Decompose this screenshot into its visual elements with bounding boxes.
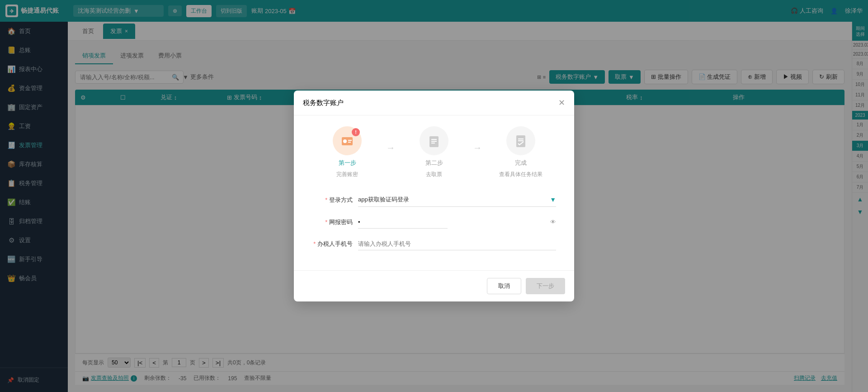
step2-desc: 去取票 bbox=[426, 171, 442, 178]
phone-label-text: 办税人手机号 bbox=[317, 240, 353, 247]
login-method-label: * 登录方式 bbox=[312, 196, 353, 204]
step2-icon-wrap bbox=[420, 126, 448, 155]
login-method-value: app获取验证码登录 bbox=[358, 196, 409, 204]
next-button[interactable]: 下一步 bbox=[526, 278, 565, 294]
steps: ! 第一步 完善账密 → bbox=[312, 126, 556, 178]
step1-desc: 完善账密 bbox=[336, 171, 358, 178]
password-field-wrap: 👁 bbox=[358, 216, 556, 229]
login-method-arrow-icon: ▼ bbox=[550, 196, 556, 203]
phone-input[interactable] bbox=[358, 238, 556, 250]
step1-title: 第一步 bbox=[339, 159, 356, 167]
step3-title: 完成 bbox=[515, 159, 527, 167]
step3-desc: 查看具体任务结果 bbox=[499, 171, 542, 178]
svg-point-4 bbox=[343, 139, 347, 143]
login-method-label-text: 登录方式 bbox=[329, 196, 353, 203]
step-1: ! 第一步 完善账密 bbox=[312, 126, 382, 178]
modal-body: ! 第一步 完善账密 → bbox=[294, 115, 574, 270]
step-arrow-2: → bbox=[473, 143, 482, 153]
password-toggle-icon[interactable]: 👁 bbox=[550, 219, 556, 225]
step3-icon-wrap bbox=[506, 126, 535, 155]
modal-overlay[interactable]: 税务数字账户 ✕ ! bbox=[0, 0, 868, 392]
step-arrow-1: → bbox=[386, 143, 395, 153]
step1-icon-wrap: ! bbox=[333, 126, 362, 155]
password-label: * 网报密码 bbox=[312, 218, 353, 226]
modal: 税务数字账户 ✕ ! bbox=[294, 91, 574, 301]
step2-title: 第二步 bbox=[425, 159, 443, 167]
password-input[interactable] bbox=[358, 216, 448, 229]
step1-error-dot: ! bbox=[352, 128, 360, 136]
form-row-login-method: * 登录方式 app获取验证码登录 ▼ bbox=[312, 193, 556, 207]
step-2: 第二步 去取票 bbox=[399, 126, 469, 178]
modal-title: 税务数字账户 bbox=[303, 99, 344, 107]
modal-close-btn[interactable]: ✕ bbox=[558, 98, 565, 108]
cancel-button[interactable]: 取消 bbox=[487, 278, 521, 294]
modal-footer: 取消 下一步 bbox=[294, 270, 574, 301]
form-row-password: * 网报密码 👁 bbox=[312, 216, 556, 229]
step-3: 完成 查看具体任务结果 bbox=[486, 126, 556, 178]
modal-header: 税务数字账户 ✕ bbox=[294, 91, 574, 115]
phone-label: * 办税人手机号 bbox=[312, 240, 353, 248]
login-method-select[interactable]: app获取验证码登录 ▼ bbox=[358, 193, 556, 207]
form-row-phone: * 办税人手机号 bbox=[312, 238, 556, 250]
password-label-text: 网报密码 bbox=[329, 219, 353, 225]
